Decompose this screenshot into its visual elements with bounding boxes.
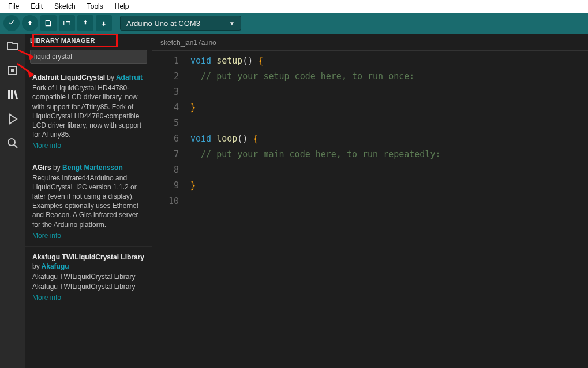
menu-edit[interactable]: Edit: [25, 1, 48, 12]
annotation-arrow-icon: [16, 62, 37, 80]
upload-button[interactable]: [22, 15, 38, 31]
serial-monitor-button[interactable]: [96, 15, 112, 31]
more-info-link[interactable]: More info: [32, 141, 61, 150]
verify-button[interactable]: [3, 15, 20, 31]
lib-title: Adafruit LiquidCrystal by Adafruit: [32, 73, 146, 82]
more-info-link[interactable]: More info: [32, 293, 61, 302]
lib-desc: Requires Infrared4Arduino and LiquidCrys…: [32, 173, 146, 229]
more-info-link[interactable]: More info: [32, 231, 61, 240]
code-lines: void setup() { // put your setup code he…: [187, 53, 588, 209]
new-sketch-button[interactable]: [40, 15, 57, 31]
menu-sketch[interactable]: Sketch: [48, 1, 81, 12]
panel-title: LIBRARY MANAGER: [25, 34, 152, 47]
library-item[interactable]: AGirs by Bengt Martensson Requires Infra…: [25, 157, 152, 247]
annotation-arrow-icon: [17, 49, 37, 63]
chevron-down-icon: ▼: [229, 20, 235, 27]
svg-rect-1: [11, 69, 14, 72]
menu-bar: File Edit Sketch Tools Help: [0, 0, 588, 13]
editor-area: sketch_jan17a.ino 12345678910 void setup…: [152, 34, 588, 368]
file-tab[interactable]: sketch_jan17a.ino: [152, 35, 224, 50]
library-manager-icon[interactable]: [6, 88, 20, 102]
lib-desc: Akafugu TWILiquidCrystal Library Akafugu…: [32, 272, 146, 291]
board-selector[interactable]: Arduino Uno at COM3 ▼: [120, 16, 241, 31]
menu-help[interactable]: Help: [109, 1, 135, 12]
tab-bar: sketch_jan17a.ino: [152, 34, 588, 51]
library-search-input[interactable]: [30, 50, 147, 64]
menu-file[interactable]: File: [2, 1, 25, 12]
library-item[interactable]: Adafruit LiquidCrystal by Adafruit Fork …: [25, 67, 152, 157]
code-editor[interactable]: 12345678910 void setup() { // put your s…: [152, 51, 588, 209]
search-container: [30, 50, 147, 64]
board-name: Arduino Uno at COM3: [126, 19, 200, 28]
library-item[interactable]: Akafugu TWILiquidCrystal Library by Akaf…: [25, 247, 152, 308]
lib-title: Akafugu TWILiquidCrystal Library by Akaf…: [32, 252, 146, 271]
activity-bar: [0, 34, 25, 368]
library-list[interactable]: Adafruit LiquidCrystal by Adafruit Fork …: [25, 67, 152, 368]
toolbar: Arduino Uno at COM3 ▼: [0, 13, 588, 34]
menu-tools[interactable]: Tools: [81, 1, 109, 12]
library-manager-panel: LIBRARY MANAGER Adafruit LiquidCrystal b…: [25, 34, 152, 368]
lib-title: AGirs by Bengt Martensson: [32, 163, 146, 172]
debug-icon[interactable]: [6, 112, 20, 126]
save-button[interactable]: [77, 15, 93, 31]
search-icon[interactable]: [6, 136, 20, 150]
svg-point-2: [8, 139, 15, 146]
line-gutter: 12345678910: [152, 53, 187, 209]
open-button[interactable]: [59, 15, 75, 31]
lib-desc: Fork of LiquidCrystal HD44780-compatible…: [32, 83, 146, 139]
